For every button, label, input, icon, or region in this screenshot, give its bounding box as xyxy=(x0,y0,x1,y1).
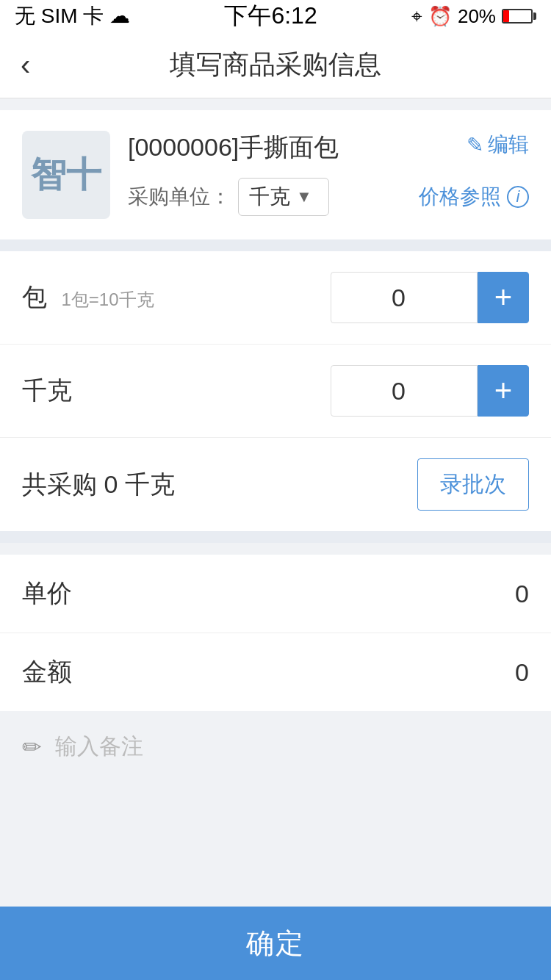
product-header: [0000006]手撕面包 ✎ 编辑 xyxy=(128,131,529,165)
edit-icon: ✎ xyxy=(467,133,483,157)
increment-bag-button[interactable]: + xyxy=(478,272,529,323)
input-wrap-bag: + xyxy=(331,272,529,323)
input-label-bag: 包 1包=10千克 xyxy=(22,281,331,314)
unit-select[interactable]: 千克 ▼ xyxy=(238,178,329,216)
input-row-kg: 千克 + xyxy=(0,345,551,438)
increment-kg-button[interactable]: + xyxy=(478,365,529,417)
product-image: 智十 xyxy=(22,131,110,219)
section-divider-1 xyxy=(0,239,551,251)
unit-price-row: 单价 0 xyxy=(0,555,551,633)
amount-row: 金额 0 xyxy=(0,633,551,711)
input-label-kg: 千克 xyxy=(22,374,331,408)
pencil-icon: ✏ xyxy=(22,733,42,761)
back-button[interactable]: ‹ xyxy=(21,48,30,82)
dropdown-arrow-icon: ▼ xyxy=(296,187,312,206)
unit-label: 采购单位： xyxy=(128,183,231,211)
info-icon: i xyxy=(507,186,529,208)
status-left: 无 SIM 卡 ☁ xyxy=(15,2,130,30)
nav-bar: ‹ 填写商品采购信息 xyxy=(0,32,551,98)
product-info: [0000006]手撕面包 ✎ 编辑 采购单位： 千克 ▼ 价格参照 i xyxy=(128,131,529,216)
status-time: 下午6:12 xyxy=(224,0,317,32)
edit-button[interactable]: ✎ 编辑 xyxy=(467,131,529,159)
price-ref-label: 价格参照 xyxy=(419,183,501,211)
status-bar: 无 SIM 卡 ☁ 下午6:12 ⌖ ⏰ 20% xyxy=(0,0,551,32)
unit-price-value: 0 xyxy=(515,580,529,608)
product-card: 智十 [0000006]手撕面包 ✎ 编辑 采购单位： 千克 ▼ 价格参照 i xyxy=(0,110,551,239)
batch-button[interactable]: 录批次 xyxy=(417,458,529,511)
input-section: 包 1包=10千克 + 千克 + xyxy=(0,251,551,438)
amount-value: 0 xyxy=(515,658,529,687)
confirm-button[interactable]: 确定 xyxy=(0,907,551,980)
input-row-bag: 包 1包=10千克 + xyxy=(0,251,551,345)
quantity-input-kg[interactable] xyxy=(331,365,478,417)
input-wrap-kg: + xyxy=(331,365,529,417)
product-unit-row: 采购单位： 千克 ▼ 价格参照 i xyxy=(128,178,529,216)
remark-placeholder: 输入备注 xyxy=(55,732,143,762)
sim-signal: 无 SIM 卡 ☁ xyxy=(15,2,130,30)
amount-label: 金额 xyxy=(22,655,72,689)
product-name: [0000006]手撕面包 xyxy=(128,131,339,165)
price-ref-button[interactable]: 价格参照 i xyxy=(419,183,529,211)
battery-icon xyxy=(502,9,536,24)
quantity-input-bag[interactable] xyxy=(331,272,478,323)
price-section: 单价 0 金额 0 xyxy=(0,555,551,711)
unit-value: 千克 xyxy=(249,183,290,211)
product-logo: 智十 xyxy=(31,157,101,192)
location-icon: ⌖ xyxy=(411,5,422,28)
section-divider-2 xyxy=(0,531,551,543)
alarm-icon: ⏰ xyxy=(428,5,452,28)
summary-row: 共采购 0 千克 录批次 xyxy=(0,438,551,531)
input-sublabel-bag: 1包=10千克 xyxy=(61,289,154,309)
status-right: ⌖ ⏰ 20% xyxy=(411,5,536,28)
unit-price-label: 单价 xyxy=(22,577,72,610)
page-title: 填写商品采购信息 xyxy=(170,47,381,83)
summary-text: 共采购 0 千克 xyxy=(22,468,175,502)
battery-percent: 20% xyxy=(458,5,496,28)
